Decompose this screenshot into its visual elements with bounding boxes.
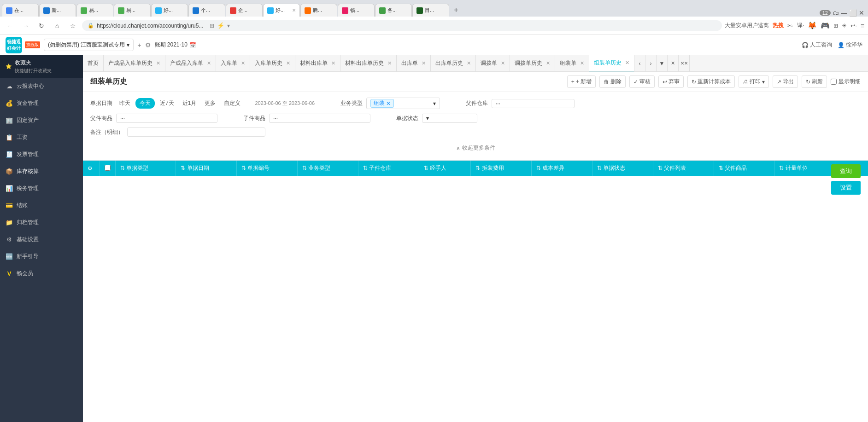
content-tab-out-order[interactable]: 出库单 ✕	[397, 55, 431, 72]
cut-icon[interactable]: ✂·	[787, 23, 793, 29]
browser-tab-1[interactable]: 在...	[2, 4, 39, 17]
content-tab-in-order[interactable]: 入库单 ✕	[216, 55, 250, 72]
close-out-hist-icon[interactable]: ✕	[467, 60, 471, 66]
menu-icon[interactable]: ≡	[861, 22, 864, 29]
home-button[interactable]: ⌂	[51, 19, 64, 32]
close-current-tab-button[interactable]: ✕	[668, 55, 679, 72]
close-material-out-icon[interactable]: ✕	[331, 60, 335, 66]
browser-tab-10[interactable]: 畅...	[338, 4, 375, 17]
th-disassembly-fee[interactable]: ⇅ 拆装费用	[471, 161, 532, 176]
content-tab-in-hist[interactable]: 入库单历史 ✕	[250, 55, 295, 72]
sidebar-item-inventory[interactable]: 📦 库存核算	[0, 163, 83, 180]
back-button[interactable]: ←	[4, 19, 17, 32]
parent-warehouse-input[interactable]: ···	[492, 99, 575, 108]
sidebar-item-finance[interactable]: 💰 资金管理	[0, 95, 83, 112]
sidebar-item-guide[interactable]: 🆕 新手引导	[0, 248, 83, 265]
delete-button[interactable]: 🗑 删除	[599, 75, 626, 88]
th-order-no[interactable]: ⇅ 单据编号	[237, 161, 298, 176]
query-button[interactable]: 查询	[831, 164, 861, 178]
close-transfer-icon[interactable]: ✕	[501, 60, 505, 66]
tab-nav-right-button[interactable]: ›	[645, 55, 657, 72]
app-grid-icon[interactable]: ⊞	[833, 23, 838, 29]
th-parent-goods[interactable]: ⇅ 父件商品	[714, 161, 774, 176]
sidebar-item-invoice[interactable]: 🧾 发票管理	[0, 146, 83, 163]
window-close-icon[interactable]: ✕	[859, 9, 864, 17]
forward-button[interactable]: →	[19, 19, 32, 32]
close-prod-in-icon[interactable]: ✕	[207, 60, 211, 66]
content-tab-home[interactable]: 首页	[83, 55, 104, 72]
select-all-checkbox[interactable]	[105, 165, 111, 171]
order-status-select[interactable]: ▾	[422, 114, 477, 123]
calendar-icon[interactable]: 📅	[189, 42, 196, 48]
child-goods-input[interactable]: ···	[269, 114, 370, 123]
browser-tab-12[interactable]: 目...	[412, 4, 449, 17]
content-tab-material-out-hist[interactable]: 材料出库单历史 ✕	[340, 55, 397, 72]
th-handler[interactable]: ⇅ 经手人	[419, 161, 471, 176]
parent-warehouse-more-icon[interactable]: ···	[496, 100, 500, 107]
browser-tab-5[interactable]: 好...	[151, 4, 188, 17]
browser-tab-4[interactable]: 易...	[114, 4, 151, 17]
brightness-icon[interactable]: ☀	[842, 23, 847, 29]
sidebar-item-salary[interactable]: 📋 工资	[0, 129, 83, 146]
date-btn-1month[interactable]: 近1月	[179, 98, 200, 109]
user-menu[interactable]: 👤 徐泽华	[838, 41, 862, 49]
refresh-button[interactable]: ↻ 刷新	[802, 75, 827, 88]
content-tab-assembly-hist[interactable]: 组装单历史 ✕	[589, 55, 634, 72]
address-bar[interactable]: 🔒 https://cloud.chanjet.com/accounting/u…	[82, 20, 722, 31]
biz-type-tag-remove-icon[interactable]: ✕	[386, 100, 391, 107]
date-btn-custom[interactable]: 自定义	[221, 98, 244, 109]
tab-list-icon[interactable]: 🗂	[833, 9, 839, 17]
close-material-out-hist-icon[interactable]: ✕	[387, 60, 392, 66]
close-tab-8-icon[interactable]: ✕	[292, 8, 296, 13]
show-detail-input[interactable]	[831, 79, 837, 85]
browser-tab-7[interactable]: 企...	[226, 4, 263, 17]
child-goods-more-icon[interactable]: ···	[273, 115, 278, 121]
recalc-button[interactable]: ↻ 重新计算成本	[687, 75, 735, 88]
tab-nav-left-button[interactable]: ‹	[634, 55, 645, 72]
settings-header-icon[interactable]: ⚙	[145, 41, 151, 49]
close-all-tabs-button[interactable]: ✕✕	[679, 55, 690, 72]
close-in-hist-icon[interactable]: ✕	[286, 60, 290, 66]
new-tab-button[interactable]: +	[450, 4, 463, 17]
period-selector[interactable]: 账期 2021-10 📅	[155, 41, 196, 49]
date-btn-today[interactable]: 今天	[135, 98, 155, 109]
notes-input[interactable]	[127, 127, 265, 137]
sidebar-item-archive[interactable]: 📁 归档管理	[0, 214, 83, 231]
sidebar-item-fixed[interactable]: 🏢 固定资产	[0, 112, 83, 129]
sidebar-bookmark-area[interactable]: ⭐ 收藏夹 快捷键打开收藏夹	[0, 55, 83, 78]
close-assembly-hist-icon[interactable]: ✕	[625, 60, 629, 66]
add-company-icon[interactable]: +	[137, 41, 141, 49]
close-assembly-icon[interactable]: ✕	[580, 60, 584, 66]
browser-tab-11[interactable]: 各...	[375, 4, 412, 17]
sidebar-item-tax[interactable]: 📊 税务管理	[0, 180, 83, 197]
browser-tab-8[interactable]: 好... ✕	[263, 4, 300, 17]
company-selector[interactable]: (勿删勿禁用) 江西服宝测试专用 ▾	[44, 39, 134, 51]
date-btn-yesterday[interactable]: 昨天	[116, 98, 134, 109]
content-tab-prod-in-hist[interactable]: 产成品入库单历史 ✕	[104, 55, 165, 72]
refresh-browser-button[interactable]: ↻	[35, 19, 48, 32]
th-cost-diff[interactable]: ⇅ 成本差异	[532, 161, 592, 176]
th-child-warehouse[interactable]: ⇅ 子件仓库	[358, 161, 419, 176]
sidebar-item-report[interactable]: ☁ 云报表中心	[0, 78, 83, 95]
undo-icon[interactable]: ↩·	[850, 23, 856, 29]
print-button[interactable]: 🖨 打印 ▾	[739, 75, 769, 88]
content-tab-out-hist[interactable]: 出库单历史 ✕	[431, 55, 476, 72]
th-biz-type[interactable]: ⇅ 业务类型	[297, 161, 358, 176]
content-tab-prod-in[interactable]: 产成品入库单 ✕	[165, 55, 216, 72]
th-order-date[interactable]: ⇅ 单据日期	[176, 161, 237, 176]
sidebar-item-settle[interactable]: 💳 结账	[0, 197, 83, 214]
th-order-status[interactable]: ⇅ 单据状态	[592, 161, 653, 176]
bookmark-button[interactable]: ☆	[66, 19, 79, 32]
biz-type-select[interactable]: 组装 ✕ ▾	[366, 98, 440, 109]
content-tab-transfer[interactable]: 调拨单 ✕	[476, 55, 510, 72]
close-out-order-icon[interactable]: ✕	[422, 60, 426, 66]
close-transfer-hist-icon[interactable]: ✕	[546, 60, 550, 66]
collapse-bar[interactable]: ∧ 收起更多条件	[90, 141, 861, 155]
show-detail-checkbox[interactable]: 显示明细	[831, 78, 861, 86]
add-button[interactable]: + + 新增	[567, 75, 596, 88]
close-in-order-icon[interactable]: ✕	[241, 60, 245, 66]
date-btn-more[interactable]: 更多	[201, 98, 219, 109]
abandon-button[interactable]: ↩ 弃审	[658, 75, 684, 88]
content-tab-material-out[interactable]: 材料出库单 ✕	[295, 55, 340, 72]
content-tab-transfer-hist[interactable]: 调拨单历史 ✕	[510, 55, 555, 72]
